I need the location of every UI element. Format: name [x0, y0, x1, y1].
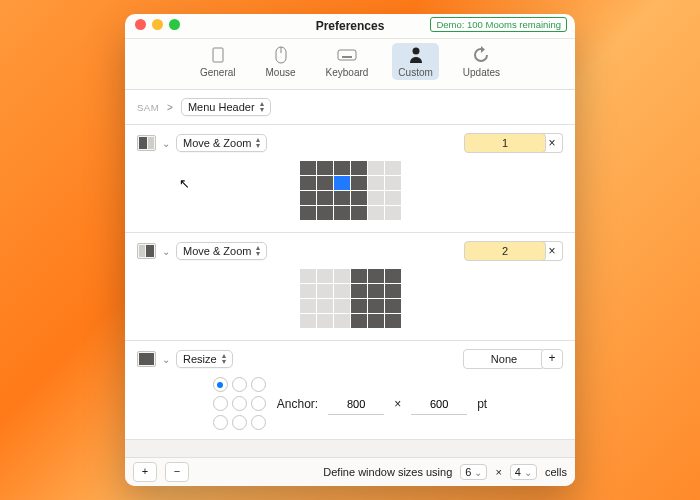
zoom-window-icon[interactable] — [169, 19, 180, 30]
shortcut-field[interactable]: 2 × — [464, 241, 563, 261]
grid-cell[interactable] — [351, 284, 367, 298]
tab-label: General — [200, 67, 236, 78]
grid-cell[interactable] — [368, 206, 384, 220]
grid-cell[interactable] — [334, 206, 350, 220]
action-type-popup[interactable]: Move & Zoom ▴▾ — [176, 242, 267, 260]
anchor-radios[interactable] — [213, 377, 267, 431]
grid-cell[interactable] — [334, 191, 350, 205]
cols-popup[interactable]: 6⌄ — [460, 464, 487, 480]
anchor-radio[interactable] — [213, 396, 228, 411]
row-prefix: SAM — [137, 102, 159, 113]
width-field[interactable] — [328, 394, 384, 415]
grid-cell[interactable] — [334, 161, 350, 175]
grid-cell[interactable] — [351, 206, 367, 220]
anchor-radio[interactable] — [251, 415, 266, 430]
svg-rect-4 — [342, 56, 352, 58]
unit-label: pt — [477, 397, 487, 411]
zone-grid[interactable] — [300, 161, 401, 220]
grid-cell[interactable] — [351, 161, 367, 175]
grid-cell[interactable] — [317, 299, 333, 313]
menu-header-popup[interactable]: Menu Header ▴▾ — [181, 98, 271, 116]
grid-cell[interactable] — [317, 314, 333, 328]
anchor-radio[interactable] — [251, 377, 266, 392]
keyboard-icon — [337, 45, 357, 65]
anchor-radio[interactable] — [232, 377, 247, 392]
grid-cell[interactable] — [300, 191, 316, 205]
action-preview-icon — [137, 135, 156, 151]
grid-cell[interactable] — [317, 176, 333, 190]
grid-cell[interactable] — [385, 191, 401, 205]
grid-cell[interactable] — [368, 269, 384, 283]
grid-cell[interactable] — [317, 206, 333, 220]
action-preview-icon — [137, 243, 156, 259]
clear-shortcut-button[interactable]: × — [542, 241, 563, 261]
height-field[interactable] — [411, 394, 467, 415]
grid-cell[interactable] — [351, 299, 367, 313]
tab-label: Updates — [463, 67, 500, 78]
tab-keyboard[interactable]: Keyboard — [320, 43, 375, 80]
grid-cell[interactable] — [385, 206, 401, 220]
grid-cell[interactable] — [300, 314, 316, 328]
grid-cell[interactable] — [368, 284, 384, 298]
zone-grid[interactable] — [300, 269, 401, 328]
grid-cell[interactable] — [317, 284, 333, 298]
grid-cell[interactable] — [385, 284, 401, 298]
grid-cell[interactable] — [385, 161, 401, 175]
grid-cell[interactable] — [351, 176, 367, 190]
grid-cell[interactable] — [351, 314, 367, 328]
grid-cell[interactable] — [351, 191, 367, 205]
chevron-down-icon[interactable]: ⌄ — [162, 246, 170, 257]
titlebar: Preferences Demo: 100 Mooms remaining — [125, 14, 575, 39]
grid-cell[interactable] — [317, 269, 333, 283]
grid-cell[interactable] — [317, 161, 333, 175]
grid-cell[interactable] — [300, 299, 316, 313]
grid-cell[interactable] — [317, 191, 333, 205]
remove-action-button[interactable]: − — [165, 462, 189, 482]
clear-shortcut-button[interactable]: × — [542, 133, 563, 153]
grid-cell[interactable] — [368, 191, 384, 205]
add-shortcut-button[interactable]: + — [541, 349, 563, 369]
anchor-radio[interactable] — [251, 396, 266, 411]
chevron-down-icon[interactable]: ⌄ — [162, 138, 170, 149]
grid-cell[interactable] — [351, 269, 367, 283]
close-window-icon[interactable] — [135, 19, 146, 30]
grid-cell[interactable] — [385, 176, 401, 190]
grid-cell[interactable] — [300, 176, 316, 190]
grid-cell[interactable] — [334, 314, 350, 328]
stepper-icon: ▴▾ — [256, 245, 260, 257]
grid-cell[interactable] — [368, 176, 384, 190]
grid-cell[interactable] — [300, 161, 316, 175]
grid-cell[interactable] — [334, 269, 350, 283]
grid-cell[interactable] — [334, 284, 350, 298]
anchor-radio[interactable] — [213, 377, 228, 392]
anchor-radio[interactable] — [232, 415, 247, 430]
grid-cell[interactable] — [385, 299, 401, 313]
mouse-icon — [275, 45, 287, 65]
grid-cell[interactable] — [368, 314, 384, 328]
action-type-popup[interactable]: Move & Zoom ▴▾ — [176, 134, 267, 152]
grid-cell[interactable] — [300, 206, 316, 220]
grid-cell[interactable] — [300, 269, 316, 283]
tab-mouse[interactable]: Mouse — [260, 43, 302, 80]
grid-cell[interactable] — [334, 299, 350, 313]
grid-cell[interactable] — [368, 299, 384, 313]
shortcut-field[interactable]: None + — [463, 349, 563, 369]
tab-general[interactable]: General — [194, 43, 242, 80]
grid-cell[interactable] — [385, 314, 401, 328]
action-type-popup[interactable]: Resize ▴▾ — [176, 350, 233, 368]
grid-cell[interactable] — [334, 176, 350, 190]
rows-popup[interactable]: 4⌄ — [510, 464, 537, 480]
add-action-button[interactable]: + — [133, 462, 157, 482]
tab-updates[interactable]: Updates — [457, 43, 506, 80]
anchor-radio[interactable] — [213, 415, 228, 430]
minimize-window-icon[interactable] — [152, 19, 163, 30]
grid-cell[interactable] — [368, 161, 384, 175]
chevron-down-icon: ⌄ — [524, 467, 532, 478]
chevron-down-icon[interactable]: ⌄ — [162, 354, 170, 365]
tab-custom[interactable]: Custom — [392, 43, 438, 80]
grid-cell[interactable] — [385, 269, 401, 283]
anchor-radio[interactable] — [232, 396, 247, 411]
grid-cell[interactable] — [300, 284, 316, 298]
content: SAM > Menu Header ▴▾ ⌄ Move & Zoom ▴▾ 1 … — [125, 90, 575, 457]
shortcut-field[interactable]: 1 × — [464, 133, 563, 153]
